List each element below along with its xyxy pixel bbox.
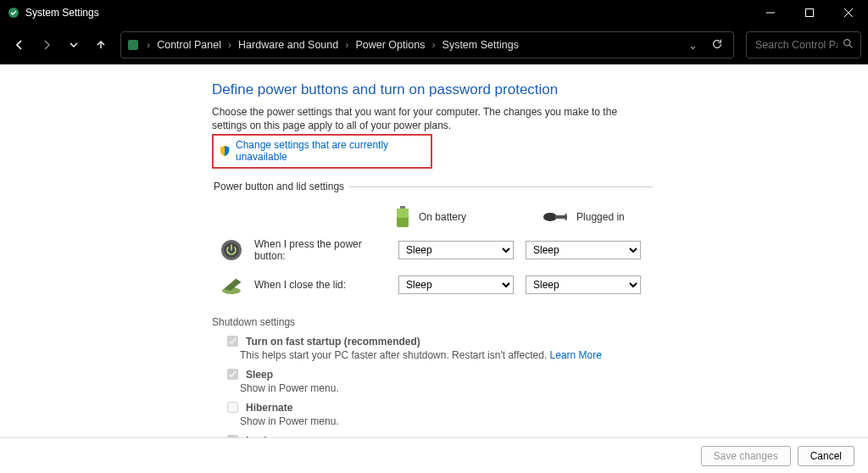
breadcrumb-item[interactable]: Power Options [352, 37, 428, 53]
svg-rect-8 [400, 206, 405, 209]
up-button[interactable] [88, 32, 114, 58]
lid-icon [220, 274, 242, 296]
power-button-row: When I press the power button: Sleep Sle… [212, 238, 653, 262]
svg-point-6 [844, 40, 850, 46]
change-settings-highlight: Change settings that are currently unava… [212, 134, 432, 169]
power-button-section: Power button and lid settings On battery… [212, 181, 653, 308]
svg-rect-2 [806, 9, 814, 17]
fast-startup-sub: This helps start your PC faster after sh… [240, 349, 547, 361]
footer: Save changes Cancel [0, 437, 868, 473]
address-bar[interactable]: › Control Panel › Hardware and Sound › P… [120, 31, 734, 58]
nav-bar: › Control Panel › Hardware and Sound › P… [0, 25, 868, 64]
sleep-sub: Show in Power menu. [240, 382, 653, 394]
refresh-button[interactable] [703, 38, 728, 53]
recent-button[interactable] [61, 32, 86, 58]
sleep-title: Sleep [246, 369, 273, 381]
chevron-right-icon: › [226, 39, 233, 51]
search-input[interactable] [754, 38, 839, 52]
back-button[interactable] [7, 32, 32, 58]
shutdown-item-sleep: Sleep Show in Power menu. [224, 366, 653, 394]
power-button-plugged-select[interactable]: Sleep [526, 241, 641, 259]
power-section-legend: Power button and lid settings [212, 181, 349, 192]
plug-icon [542, 211, 568, 223]
app-icon [7, 6, 20, 19]
hibernate-checkbox[interactable] [227, 402, 238, 413]
minimize-button[interactable] [751, 0, 790, 25]
chevron-right-icon: › [145, 39, 152, 51]
close-button[interactable] [829, 0, 868, 25]
power-button-label: When I press the power button: [254, 238, 387, 262]
sleep-checkbox[interactable] [227, 369, 238, 380]
shutdown-item-fast-startup: Turn on fast startup (recommended) This … [224, 333, 653, 361]
breadcrumb-item[interactable]: Control Panel [153, 37, 225, 53]
cancel-button[interactable]: Cancel [798, 446, 854, 466]
maximize-button[interactable] [790, 0, 829, 25]
svg-rect-5 [128, 40, 138, 50]
lid-battery-select[interactable]: Sleep [398, 275, 514, 294]
breadcrumb-item[interactable]: System Settings [439, 37, 522, 53]
svg-point-11 [543, 213, 557, 221]
search-box[interactable] [746, 31, 861, 58]
save-button[interactable]: Save changes [701, 446, 791, 466]
change-settings-link[interactable]: Change settings that are currently unava… [236, 139, 426, 163]
svg-rect-13 [565, 214, 567, 215]
content-area: Define power buttons and turn on passwor… [0, 64, 868, 437]
control-panel-icon [126, 38, 140, 52]
lid-plugged-select[interactable]: Sleep [526, 275, 641, 294]
svg-rect-12 [555, 215, 567, 219]
hibernate-title: Hibernate [246, 402, 292, 414]
svg-point-0 [8, 8, 19, 18]
battery-icon [395, 206, 410, 228]
chevron-down-icon[interactable]: ⌄ [685, 39, 701, 52]
shutdown-section-legend: Shutdown settings [212, 316, 653, 328]
page-description: Choose the power settings that you want … [212, 105, 653, 132]
plugged-in-label: Plugged in [576, 211, 625, 223]
hibernate-sub: Show in Power menu. [240, 415, 653, 427]
fast-startup-checkbox[interactable] [227, 336, 238, 347]
svg-rect-10 [397, 209, 409, 218]
title-bar: System Settings [0, 0, 868, 25]
svg-rect-14 [565, 219, 567, 220]
chevron-right-icon: › [343, 39, 350, 51]
learn-more-link[interactable]: Learn More [550, 349, 602, 361]
chevron-right-icon: › [430, 39, 437, 51]
page-heading: Define power buttons and turn on passwor… [212, 81, 653, 98]
lid-close-row: When I close the lid: Sleep Sleep [212, 274, 653, 296]
fast-startup-title: Turn on fast startup (recommended) [246, 336, 420, 348]
search-icon [843, 37, 854, 53]
shutdown-item-hibernate: Hibernate Show in Power menu. [224, 399, 653, 427]
lid-close-label: When I close the lid: [254, 279, 387, 291]
shield-icon [219, 145, 231, 157]
forward-button[interactable] [34, 32, 59, 58]
svg-line-7 [849, 45, 852, 47]
on-battery-label: On battery [419, 211, 466, 223]
power-button-icon [220, 239, 242, 261]
breadcrumb-item[interactable]: Hardware and Sound [235, 37, 342, 53]
power-button-battery-select[interactable]: Sleep [398, 241, 514, 259]
window-title: System Settings [25, 7, 751, 19]
